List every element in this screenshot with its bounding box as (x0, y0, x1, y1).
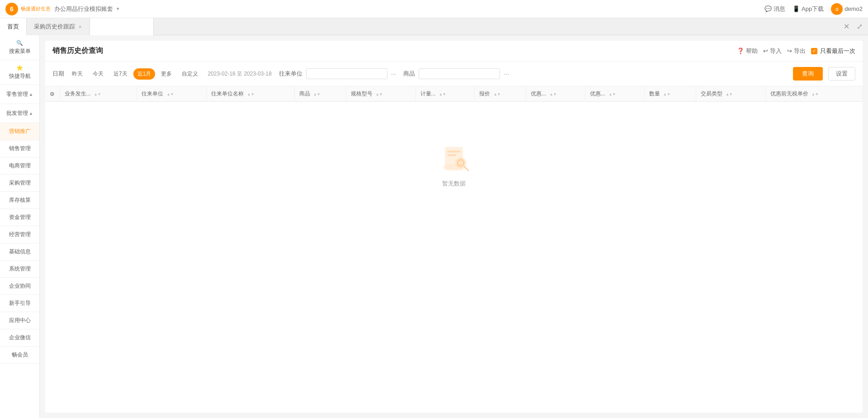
sort-trade-type: ▲▼ (726, 93, 733, 96)
tab-purchase[interactable]: 采购历史价跟踪 × (27, 18, 90, 35)
empty-text: 暂无数据 (442, 180, 466, 188)
tab-sales[interactable]: 销售历史价跟踪 × (90, 18, 153, 35)
col-product[interactable]: 商品 ▲▼ (294, 86, 346, 102)
message-action[interactable]: 💬 消息 (764, 5, 785, 13)
svg-line-5 (464, 166, 468, 171)
empty-icon (436, 138, 472, 174)
sidebar-item-basic-info[interactable]: 基础信息 (0, 243, 39, 261)
main-layout: 🔍 搜索菜单 ⭐ 快捷导航 零售管理 ▲ 批发管理 ▲ 营销推广 销售管理 电商… (0, 35, 868, 418)
svg-rect-2 (447, 151, 461, 152)
sidebar-item-member[interactable]: 畅会员 (0, 347, 39, 364)
sort-pre-tax-price: ▲▼ (811, 93, 819, 96)
close-window-btn[interactable]: ✕ (842, 21, 851, 32)
sidebar-item-operations[interactable]: 经营管理 (0, 226, 39, 243)
page-header: 销售历史价查询 ❓ 帮助 ↩ 导入 ↪ 导出 (45, 41, 863, 62)
header-dropdown[interactable]: ▾ (117, 6, 119, 12)
settings-button[interactable]: 设置 (828, 67, 855, 81)
col-settings[interactable]: ⚙ (45, 86, 60, 102)
logo-text: 畅捷通好生意 (21, 6, 51, 12)
sidebar-item-wechat[interactable]: 企业微信 (0, 329, 39, 347)
sidebar-item-retail-mgmt[interactable]: 零售管理 ▲ (0, 85, 39, 104)
query-button[interactable]: 查询 (793, 67, 823, 81)
sort-partner-name: ▲▼ (247, 93, 255, 96)
sidebar-item-wholesale-mgmt[interactable]: 批发管理 ▲ (0, 104, 39, 123)
col-pre-tax-price[interactable]: 优惠前无税单价 ▲▼ (765, 86, 862, 102)
date-btn-custom[interactable]: 自定义 (178, 68, 202, 80)
partner-filter-label: 往来单位 (279, 70, 302, 78)
sidebar-item-search-menu[interactable]: 🔍 搜索菜单 (0, 35, 39, 60)
empty-row: 暂无数据 (45, 102, 863, 224)
date-btn-1month[interactable]: 近1月 (133, 68, 156, 80)
sidebar-item-finance[interactable]: 资金管理 (0, 209, 39, 226)
header-right: 💬 消息 📱 App下载 d demo2 (764, 3, 863, 15)
content-area: 销售历史价查询 ❓ 帮助 ↩ 导入 ↪ 导出 (40, 35, 868, 418)
product-dots[interactable]: ··· (504, 70, 509, 77)
date-filter-label: 日期 (52, 70, 64, 78)
sidebar: 🔍 搜索菜单 ⭐ 快捷导航 零售管理 ▲ 批发管理 ▲ 营销推广 销售管理 电商… (0, 35, 40, 418)
col-partner-name[interactable]: 往来单位名称 ▲▼ (207, 86, 294, 102)
wholesale-mgmt-arrow: ▲ (29, 111, 33, 116)
sidebar-item-system-mgmt[interactable]: 系统管理 (0, 261, 39, 278)
tab-bar: 首页 采购历史价跟踪 × 销售历史价跟踪 × ✕ ⤢ (0, 18, 868, 35)
import-btn[interactable]: ↩ 导入 (763, 47, 782, 55)
table-header-row: ⚙ 业务发生... ▲▼ 往来单位 ▲▼ 往来单位名称 (45, 86, 863, 102)
partner-filter-input[interactable] (306, 68, 387, 79)
col-trade-type[interactable]: 交易类型 ▲▼ (696, 86, 765, 102)
sidebar-item-inventory[interactable]: 库存核算 (0, 192, 39, 209)
sidebar-item-sales-mgmt[interactable]: 销售管理 (0, 140, 39, 157)
page-content: 销售历史价查询 ❓ 帮助 ↩ 导入 ↪ 导出 (45, 41, 863, 413)
tab-home[interactable]: 首页 (0, 18, 27, 35)
message-icon: 💬 (764, 5, 772, 12)
download-icon: 📱 (793, 5, 800, 12)
col-biz-date[interactable]: 业务发生... ▲▼ (60, 86, 137, 102)
sidebar-item-app-center[interactable]: 应用中心 (0, 312, 39, 329)
top-header: 6 畅捷通好生意 办公用品行业模拟账套 ▾ 💬 消息 📱 App下载 d dem… (0, 0, 868, 18)
date-btn-7days[interactable]: 近7天 (109, 68, 132, 80)
col-unit[interactable]: 计量... ▲▼ (415, 86, 475, 102)
sidebar-item-guide[interactable]: 新手引导 (0, 295, 39, 312)
checkbox-check-icon: ✓ (812, 48, 816, 53)
maximize-window-btn[interactable]: ⤢ (855, 21, 864, 32)
sidebar-item-enterprise[interactable]: 企业协同 (0, 278, 39, 295)
tab-purchase-close[interactable]: × (78, 23, 82, 30)
col-quantity[interactable]: 数量 ▲▼ (644, 86, 696, 102)
sort-price: ▲▼ (494, 93, 501, 96)
header-left: 6 畅捷通好生意 办公用品行业模拟账套 ▾ (5, 3, 119, 15)
date-range-display: 2023-02-18 至 2023-03-18 (208, 70, 271, 78)
tab-bar-right: ✕ ⤢ (842, 21, 868, 32)
search-menu-icon: 🔍 (16, 40, 23, 46)
col-spec[interactable]: 规格型号 ▲▼ (346, 86, 415, 102)
product-filter-input[interactable] (419, 68, 500, 79)
product-filter-label: 商品 (403, 70, 415, 78)
only-last-checkbox-area[interactable]: ✓ 只看最后一次 (811, 47, 855, 55)
col-discount2[interactable]: 优惠... ▲▼ (585, 86, 644, 102)
table-container: ⚙ 业务发生... ▲▼ 往来单位 ▲▼ 往来单位名称 (45, 86, 863, 413)
sort-spec: ▲▼ (376, 93, 383, 96)
export-btn[interactable]: ↪ 导出 (787, 47, 806, 55)
data-table: ⚙ 业务发生... ▲▼ 往来单位 ▲▼ 往来单位名称 (45, 86, 863, 224)
sidebar-item-ecommerce[interactable]: 电商管理 (0, 157, 39, 175)
filter-right-actions: 查询 设置 (793, 67, 855, 81)
only-last-label: 只看最后一次 (820, 47, 855, 55)
date-btn-yesterday[interactable]: 昨天 (68, 68, 87, 80)
date-btn-more[interactable]: 更多 (157, 68, 176, 80)
col-price[interactable]: 报价 ▲▼ (475, 86, 526, 102)
partner-dots[interactable]: ··· (391, 70, 396, 77)
col-discount1[interactable]: 优惠... ▲▼ (526, 86, 585, 102)
sort-partner-code: ▲▼ (167, 93, 174, 96)
app-download-action[interactable]: 📱 App下载 (793, 5, 824, 13)
col-partner-code[interactable]: 往来单位 ▲▼ (137, 86, 207, 102)
import-icon: ↩ (763, 48, 768, 54)
sidebar-item-quick-nav[interactable]: ⭐ 快捷导航 (0, 60, 39, 85)
only-last-checkbox[interactable]: ✓ (811, 48, 817, 54)
sidebar-item-purchase-mgmt[interactable]: 采购管理 (0, 175, 39, 192)
retail-mgmt-arrow: ▲ (29, 92, 33, 97)
export-icon: ↪ (787, 48, 792, 54)
empty-state: 暂无数据 (45, 102, 863, 224)
sidebar-item-marketing[interactable]: 营销推广 (0, 123, 39, 140)
tab-sales-close[interactable]: × (141, 23, 146, 30)
date-btn-today[interactable]: 今天 (89, 68, 108, 80)
quick-nav-icon: ⭐ (16, 65, 23, 71)
help-btn[interactable]: ❓ 帮助 (737, 47, 758, 55)
user-action[interactable]: d demo2 (831, 3, 863, 15)
